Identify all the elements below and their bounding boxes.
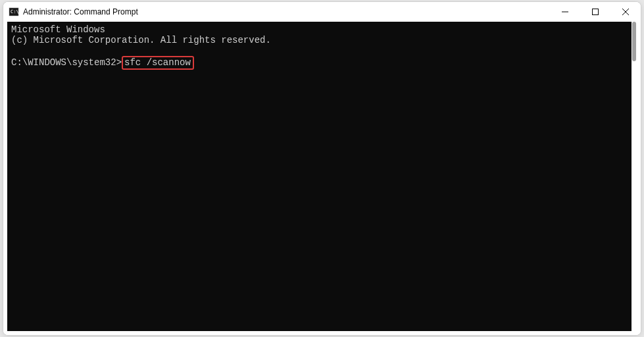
terminal-output-line: Microsoft Windows [11, 24, 628, 35]
command-prompt-window: C:\ Administrator: Command Prompt Micros… [3, 1, 641, 336]
close-button[interactable] [610, 2, 641, 22]
scrollbar-thumb[interactable] [632, 22, 636, 61]
svg-rect-3 [593, 9, 599, 15]
terminal-prompt-line: C:\WINDOWS\system32>sfc /scannow [11, 56, 628, 70]
maximize-button[interactable] [580, 2, 610, 22]
svg-text:C:\: C:\ [11, 9, 19, 14]
terminal[interactable]: Microsoft Windows(c) Microsoft Corporati… [7, 22, 632, 331]
terminal-prompt: C:\WINDOWS\system32> [11, 57, 122, 68]
terminal-container: Microsoft Windows(c) Microsoft Corporati… [3, 22, 641, 335]
terminal-command: sfc /scannow [124, 57, 191, 68]
titlebar[interactable]: C:\ Administrator: Command Prompt [3, 2, 641, 22]
window-title: Administrator: Command Prompt [23, 7, 550, 16]
scrollbar[interactable] [632, 22, 637, 331]
terminal-output-line: (c) Microsoft Corporation. All rights re… [11, 35, 628, 45]
window-controls [550, 2, 641, 22]
cmd-icon: C:\ [9, 7, 19, 17]
minimize-button[interactable] [550, 2, 580, 22]
command-highlight: sfc /scannow [122, 56, 194, 70]
